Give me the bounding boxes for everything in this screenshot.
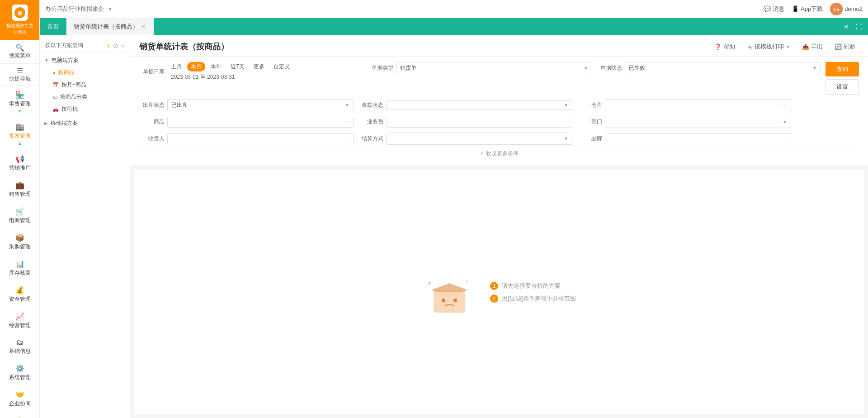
- ecommerce-icon: 🛒: [15, 207, 24, 216]
- brand-dots-icon: ···: [781, 136, 787, 142]
- receive-status-arrow-icon: ▼: [564, 103, 568, 108]
- date-tab-this-year[interactable]: 本年: [207, 62, 225, 71]
- dept-select[interactable]: ▼: [605, 116, 791, 128]
- print-icon: 🖨: [747, 43, 753, 50]
- tab-close-all-btn[interactable]: ✕: [841, 21, 852, 32]
- page-title: 销货单统计表（按商品）: [139, 41, 229, 52]
- out-status-select[interactable]: 已出库 ▼: [167, 99, 354, 111]
- warehouse-select[interactable]: ···: [605, 99, 791, 111]
- date-tabs: 上月 本月 本年 近7天 更多 自定义: [167, 62, 293, 71]
- corp-icon: 🤝: [15, 390, 24, 399]
- scheme-item-by-driver-label: 按司机: [61, 105, 78, 113]
- goods-input[interactable]: ···: [167, 117, 354, 128]
- warehouse-value: [609, 101, 614, 109]
- help-btn[interactable]: ❓ 帮助: [711, 41, 739, 52]
- tab-fullscreen-btn[interactable]: ⛶: [854, 21, 864, 32]
- refresh-btn[interactable]: 🔄 刷新: [831, 41, 859, 52]
- sidebar-item-sales[interactable]: 💼 销售管理: [0, 176, 39, 203]
- receive-status-label: 收款状态: [358, 101, 383, 109]
- tip-text-2: 用[过滤]条件来缩小分析范围: [502, 294, 576, 303]
- sidebar-item-system-label: 系统管理: [9, 374, 31, 381]
- logo-icon: 畅: [12, 5, 28, 21]
- scheme-item-active-icon: ●: [52, 70, 56, 76]
- filter-area: 单据日期 上月 本月 本年 近7天 更多 自定义 2023-03-01 至 20…: [130, 57, 868, 166]
- sidebar-item-finance[interactable]: 💰 资金管理: [0, 281, 39, 308]
- doc-status-value: 已生效: [629, 64, 645, 72]
- svg-text:畅: 畅: [18, 11, 22, 16]
- scheme-item-by-driver[interactable]: 🚗 按司机: [40, 103, 130, 115]
- system-icon: ⚙️: [15, 364, 24, 373]
- tab-home[interactable]: 首页: [40, 18, 66, 35]
- tabbar-actions: ✕ ⛶: [841, 21, 868, 32]
- left-panel: 按以下方案查询 + ⊙ « ▼ 电脑端方案 ● 按商品 📅: [40, 35, 130, 418]
- date-tab-7days[interactable]: 近7天: [227, 62, 248, 71]
- sidebar-item-inventory[interactable]: 📊 库存核算: [0, 255, 39, 281]
- brand-label: 品牌: [577, 135, 602, 142]
- sidebar-item-newguide[interactable]: 🌟 新手引导: [0, 412, 39, 418]
- doc-status-select[interactable]: 已生效 ▼: [625, 62, 821, 74]
- salesman-dots-icon: ···: [562, 119, 568, 125]
- app-download-btn[interactable]: 📱 App下载: [792, 5, 823, 13]
- export-label: 导出: [811, 43, 823, 51]
- edit-scheme-btn[interactable]: ⊙: [113, 42, 118, 49]
- out-status-arrow-icon: ▼: [345, 103, 349, 108]
- sidebar-item-basic[interactable]: 🗂 基础信息: [0, 334, 39, 360]
- out-status-label: 出库状态: [139, 101, 165, 109]
- salesman-input[interactable]: ···: [386, 117, 572, 128]
- tab-sales-stat-label: 销货单统计表（按商品）: [74, 23, 138, 31]
- avatar: Ea: [830, 3, 843, 15]
- doc-type-select[interactable]: 销货单 ▼: [396, 62, 592, 74]
- scheme-item-by-goods-label: 按商品: [58, 69, 75, 76]
- print-btn[interactable]: 🖨 按模板打印 ▼: [743, 41, 794, 52]
- sidebar-item-ecommerce[interactable]: 🛒 电商管理: [0, 203, 39, 229]
- scheme-item-by-month-goods[interactable]: 📅 按月+商品: [40, 79, 130, 91]
- settings-button[interactable]: 设置: [826, 79, 859, 95]
- sidebar-item-system[interactable]: ⚙️ 系统管理: [0, 360, 39, 386]
- topbar-left: 办公用品行业模拟账套 ▼: [45, 5, 113, 13]
- brand-input[interactable]: ···: [605, 133, 791, 144]
- empty-illustration: ✦ ✦ ✦: [422, 265, 476, 319]
- sidebar-item-sales-label: 销售管理: [9, 190, 31, 198]
- scheme-item-by-goods[interactable]: ● 按商品: [40, 66, 130, 79]
- sidebar-item-marketing[interactable]: 📢 营销推广: [0, 150, 39, 176]
- scheme-group-mobile-header[interactable]: ▶ 移动端方案: [40, 117, 130, 129]
- sidebar-item-corp[interactable]: 🤝 企业协同: [0, 386, 39, 412]
- receiver-input[interactable]: ···: [167, 133, 354, 144]
- add-scheme-btn[interactable]: +: [107, 42, 110, 49]
- settle-select[interactable]: ▼: [386, 133, 572, 145]
- empty-tips: 1 请先选择要分析的方案 2 用[过滤]条件来缩小分析范围: [490, 282, 576, 303]
- date-tab-more[interactable]: 更多: [250, 62, 268, 71]
- tab-sales-stat[interactable]: 销货单统计表（按商品） ×: [66, 18, 154, 35]
- sidebar-item-inventory-label: 库存核算: [9, 269, 31, 277]
- collapse-bar[interactable]: ∧ 收起更多条件: [139, 147, 859, 160]
- scheme-group-mobile: ▶ 移动端方案: [40, 117, 130, 129]
- tab-close-icon[interactable]: ×: [141, 23, 146, 31]
- sidebar-search-menu[interactable]: 🔍 搜索菜单: [0, 40, 39, 64]
- app-download-icon: 📱: [792, 5, 799, 12]
- desktop-group-label: 电脑端方案: [52, 57, 79, 64]
- receive-status-select[interactable]: ▼: [386, 100, 572, 110]
- doc-status-arrow-icon: ▼: [812, 66, 817, 71]
- date-tab-this-month[interactable]: 本月: [187, 62, 205, 71]
- message-btn[interactable]: 💬 消息: [764, 5, 784, 13]
- query-button[interactable]: 查询: [826, 62, 859, 76]
- empty-tip-2: 2 用[过滤]条件来缩小分析范围: [490, 294, 576, 303]
- sidebar-item-purchase[interactable]: 📦 采购管理: [0, 229, 39, 255]
- date-tab-last-month[interactable]: 上月: [167, 62, 185, 71]
- receiver-label: 收货人: [139, 135, 165, 142]
- scheme-item-by-category[interactable]: 🏷 按商品分类: [40, 91, 130, 103]
- export-btn[interactable]: 📤 导出: [798, 41, 826, 52]
- scheme-group-desktop-header[interactable]: ▼ 电脑端方案: [40, 54, 130, 66]
- sidebar-quick-nav[interactable]: ☰ 快捷导航: [0, 64, 39, 86]
- sidebar-item-purchase-label: 采购管理: [9, 243, 31, 251]
- main-area: 办公用品行业模拟账套 ▼ 💬 消息 📱 App下载 Ea demo2: [40, 0, 868, 418]
- sidebar-item-wholesale[interactable]: 🏬 批发管理 ▲: [0, 118, 39, 150]
- collapse-panel-btn[interactable]: «: [121, 43, 124, 49]
- industry-arrow-icon: ▼: [108, 6, 113, 12]
- sidebar-item-operation[interactable]: 📈 经营管理: [0, 308, 39, 334]
- sales-icon: 💼: [15, 181, 24, 190]
- user-btn[interactable]: Ea demo2: [830, 3, 863, 15]
- date-tab-custom[interactable]: 自定义: [270, 62, 293, 71]
- sidebar-item-retail[interactable]: 🏪 零售管理 ▼: [0, 86, 39, 118]
- date-filter-label: 单据日期: [139, 68, 165, 76]
